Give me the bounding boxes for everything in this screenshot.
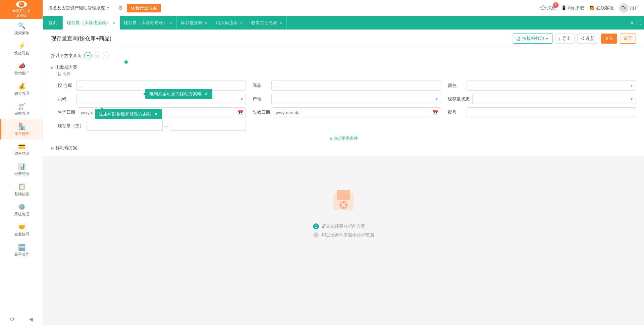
sidebar-item-enterprise[interactable]: 🤝 企业协同 — [0, 220, 43, 240]
page-content: 现存量查询(按仓库+商品) 🖨 按模板打印 ▼ ↑ 导出 ↺ 刷新 查询 — [43, 30, 644, 325]
empty-steps: 1 请先选择要分析的方案 2 用过滤条件来缩小分析范围 — [313, 223, 374, 238]
message-btn[interactable]: 💬 6 消息 — [540, 5, 556, 11]
avatar: Ea — [619, 3, 629, 13]
tab-inventory-status[interactable]: 现存量（库存状况表） ✕ — [63, 16, 120, 30]
calendar-icon[interactable]: 📅 — [433, 110, 438, 115]
batch-label: 批号 — [448, 109, 464, 115]
chevron-up-icon: ∧ — [329, 136, 332, 141]
chevron-right-icon: ▶ — [51, 146, 54, 150]
tab-label: 现存量（库存分布表） — [124, 20, 167, 26]
query-button[interactable]: 查询 — [601, 34, 617, 44]
tab-close-icon[interactable]: ✕ — [169, 21, 172, 25]
sidebar-item-label: 营销推广 — [14, 71, 29, 76]
operation-icon: 📊 — [18, 163, 25, 170]
export-button[interactable]: ↑ 导出 — [555, 34, 575, 44]
sidebar-item-sales[interactable]: 💰 销售管理 — [0, 79, 43, 99]
tooltip-create-close[interactable]: ✕ — [154, 111, 158, 117]
stock-status-select[interactable] — [472, 94, 636, 104]
tab-close-icon[interactable]: ✕ — [240, 21, 243, 25]
stock-qty-to[interactable] — [170, 121, 246, 131]
goods-input[interactable]: ... — [271, 80, 441, 91]
filter-label: 按以下方案查询 — [51, 53, 82, 59]
tab-home[interactable]: 首页 — [43, 16, 63, 30]
collapse-sidebar-btn[interactable]: ◀ — [29, 316, 33, 322]
tab-in-out-flow[interactable]: 出入库流水 ✕ — [212, 16, 247, 30]
sidebar-item-system[interactable]: ⚙️ 系统管理 — [0, 200, 43, 220]
calendar-icon[interactable]: 📅 — [237, 110, 243, 115]
scheme-desktop[interactable]: ▶ 电脑端方案 — [51, 63, 636, 71]
scheme-mobile[interactable]: ▶ 移动端方案 — [51, 144, 636, 152]
tooltip-scheme-close[interactable]: ✕ — [204, 91, 208, 97]
expiry-date-wrap: 📅 — [273, 107, 441, 117]
warehouse-dots: ... — [79, 83, 83, 88]
sidebar-item-label: 系统管理 — [14, 212, 29, 217]
sidebar-item-operation[interactable]: 📊 经营管理 — [0, 160, 43, 180]
app-download-btn[interactable]: 📱 App下载 — [561, 5, 584, 11]
empty-step-1: 1 请先选择要分析的方案 — [313, 223, 374, 229]
refresh-button[interactable]: ↺ 刷新 — [577, 34, 598, 44]
tab-close-icon[interactable]: ✕ — [112, 21, 115, 25]
tab-batch-ledger[interactable]: 库存批次账 ✕ — [177, 16, 212, 30]
copy-scheme-btn[interactable]: ⊕ — [93, 52, 100, 59]
sidebar-footer: ⚙ ◀ — [0, 313, 43, 325]
tooltip-create: 这里可以创建和修改方案哦 ✕ — [95, 109, 162, 119]
sidebar-item-label: 资金管理 — [14, 151, 29, 156]
sidebar-item-label: 企业协同 — [14, 232, 29, 237]
print-button[interactable]: 🖨 按模板打印 ▼ — [513, 34, 552, 44]
origin-label: 产地 — [253, 96, 269, 102]
tab-close-icon[interactable]: ✕ — [279, 21, 282, 25]
phone-icon: 📱 — [561, 5, 567, 10]
stock-qty-from[interactable] — [87, 121, 163, 131]
sidebar-item-nav[interactable]: ⚡ 快捷导航 — [0, 39, 43, 59]
warehouse-label: 按 仓库 — [58, 83, 74, 89]
trial-button[interactable]: 体验行业方案 — [127, 4, 161, 12]
tab-label: 现存量（库存状况表） — [67, 20, 110, 26]
tab-label: 出入库流水 — [216, 20, 238, 26]
tab-fullscreen-btn[interactable]: ⛶ — [637, 20, 641, 25]
svg-point-0 — [18, 1, 24, 7]
origin-select-wrap: ▼ — [271, 94, 441, 104]
settings-footer-btn[interactable]: ⚙ — [10, 316, 14, 322]
sidebar-item-marketing[interactable]: 📣 营销推广 — [0, 59, 43, 79]
tab-recv-summary[interactable]: 收发存汇总表 ✕ — [247, 16, 287, 30]
user-menu[interactable]: Ea 用户 — [619, 3, 639, 13]
sidebar-item-guide[interactable]: 🆕 新手引导 — [0, 240, 43, 260]
sidebar-item-label: 销售管理 — [14, 91, 29, 96]
page-actions: 🖨 按模板打印 ▼ ↑ 导出 ↺ 刷新 查询 设置 — [513, 34, 636, 44]
tab-close-icon[interactable]: ✕ — [205, 21, 208, 25]
range-separator: — — [164, 123, 168, 128]
tooltip-scheme-text: 电脑方案可设为移动方案哦 — [149, 91, 202, 97]
sidebar-item-basic[interactable]: 📋 基础信息 — [0, 180, 43, 200]
chevron-down-icon: ▼ — [545, 37, 549, 41]
tab-close-all-btn[interactable]: ✕ — [630, 20, 634, 25]
production-date-label: 生产日期 — [58, 109, 75, 115]
collapse-filters-btn[interactable]: ∧ 收起更多条件 — [51, 134, 636, 143]
expiry-date-label: 失效日期 — [253, 109, 270, 115]
sidebar-item-finance[interactable]: 💳 资金管理 — [0, 140, 43, 160]
stock-qty-label: 现存量（主） — [58, 123, 84, 129]
sidebar-item-label: 经营管理 — [14, 171, 29, 176]
app-logo: 6 畅通好生意 标准版 — [0, 0, 43, 19]
message-icon: 💬 — [540, 5, 546, 10]
settings-icon[interactable]: ⚙ — [118, 5, 123, 11]
tabs-bar: 首页 现存量（库存状况表） ✕ 现存量（库存分布表） ✕ 库存批次账 ✕ 出入库… — [43, 16, 644, 30]
sidebar-item-purchase[interactable]: 🛒 采购管理 — [0, 99, 43, 119]
batch-input[interactable] — [467, 107, 636, 117]
arrow-left-btn[interactable]: ← — [102, 52, 109, 59]
add-scheme-btn[interactable]: + — [84, 52, 92, 59]
sidebar: 6 畅通好生意 标准版 🔍 搜索菜单 ⚡ 快捷导航 📣 营销推广 💰 销售管理 … — [0, 0, 43, 325]
size-label: 尺码 — [58, 96, 74, 102]
settings-button[interactable]: 设置 — [620, 34, 636, 44]
app-badge: 标准版 — [16, 13, 26, 18]
origin-select[interactable] — [271, 94, 441, 104]
filter-row-origin: 产地 ▼ — [253, 94, 441, 104]
sidebar-item-search[interactable]: 🔍 搜索菜单 — [0, 19, 43, 39]
sidebar-item-label: 快捷导航 — [14, 51, 29, 56]
tab-label: 库存批次账 — [181, 20, 203, 26]
filter-actions: + ⊕ ← — [84, 52, 109, 59]
color-select[interactable] — [467, 80, 636, 91]
online-support-btn[interactable]: 💁 在线客服 — [590, 5, 614, 11]
tab-inventory-dist[interactable]: 现存量（库存分布表） ✕ — [120, 16, 177, 30]
expiry-date-input[interactable] — [273, 107, 441, 117]
sidebar-item-inventory[interactable]: 🏪 库存核算 — [0, 119, 43, 140]
